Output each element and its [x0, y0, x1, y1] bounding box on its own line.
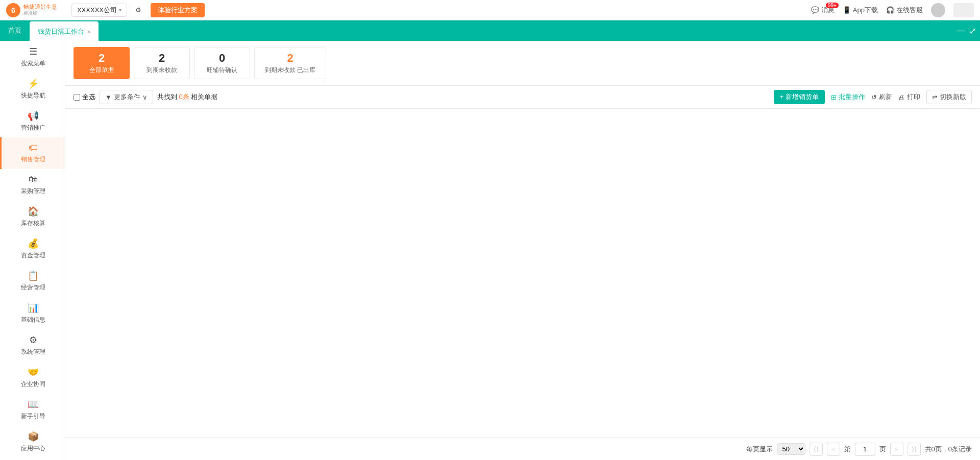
- sidebar-item-quick-nav[interactable]: ⚡ 快捷导航: [0, 73, 65, 105]
- sidebar-item-label: 搜索菜单: [21, 59, 45, 68]
- message-btn[interactable]: 💬 消息 99+: [811, 6, 835, 15]
- filter-button[interactable]: ▼ 更多条件 ∨: [100, 90, 153, 104]
- sidebar-item-inventory[interactable]: 🏠 库存核算: [0, 201, 65, 233]
- card-overdue-num: 2: [159, 52, 165, 65]
- enterprise-icon: 🤝: [28, 367, 39, 378]
- next-page-btn[interactable]: ＞: [890, 443, 903, 456]
- add-sales-order-button[interactable]: + 新增销货单: [774, 90, 825, 104]
- logo-text: 畅捷通好生意: [23, 3, 57, 10]
- settings-icon[interactable]: ⚙: [131, 3, 145, 17]
- company-name: XXXXXX公司: [77, 6, 117, 15]
- card-overdue-out-num: 2: [287, 52, 293, 65]
- toolbar: 全选 ▼ 更多条件 ∨ 共找到 0条 相关单据 + 新增销货单 ⊞ 批量操作: [65, 86, 980, 109]
- last-page-btn[interactable]: ⟩⟩: [908, 443, 921, 456]
- sidebar-item-operations[interactable]: 📋 经营管理: [0, 265, 65, 297]
- tab-minimize-icon[interactable]: —: [957, 26, 965, 35]
- sidebar-item-search-menu[interactable]: ☰ 搜索菜单: [0, 41, 65, 73]
- guide-icon: 📖: [28, 399, 39, 410]
- sidebar-item-label: 企业协同: [21, 380, 45, 389]
- toolbar-left: 全选 ▼ 更多条件 ∨ 共找到 0条 相关单据: [74, 90, 770, 104]
- filter-icon: ▼: [105, 93, 112, 101]
- pagination-bar: 每页显示 50 20 100 200 ⟨⟨ ＜ 第 页 ＞ ⟩⟩ 共0页，0条记…: [65, 438, 980, 460]
- inventory-icon: 🏠: [28, 206, 39, 217]
- batch-icon: ⊞: [831, 93, 837, 101]
- avatar[interactable]: [931, 3, 945, 17]
- prev-page-btn[interactable]: ＜: [827, 443, 840, 456]
- card-overdue[interactable]: 2 到期未收款: [134, 47, 190, 79]
- sidebar-item-sales[interactable]: 🏷 销售管理: [0, 137, 65, 169]
- user-name-area: [953, 3, 974, 17]
- batch-action-btn[interactable]: ⊞ 批量操作: [831, 92, 865, 102]
- company-selector[interactable]: XXXXXX公司 ▾: [71, 4, 127, 17]
- card-pending-label: 旺辅待确认: [207, 66, 237, 75]
- sidebar-item-label: 应用中心: [21, 444, 45, 453]
- tab-maximize-icon[interactable]: ⤢: [969, 26, 976, 36]
- logo-badge: 标准版: [23, 10, 57, 17]
- tab-active[interactable]: 钱货日清工作台 ×: [30, 21, 99, 42]
- avatar-image: [931, 3, 945, 17]
- tab-close-icon[interactable]: ×: [87, 29, 90, 35]
- sidebar-item-apps[interactable]: 📦 应用中心: [0, 426, 65, 458]
- switch-icon: ⇌: [932, 93, 938, 101]
- card-overdue-out[interactable]: 2 到期未收款 已出库: [254, 47, 326, 79]
- total-label: 共0页，0条记录: [925, 445, 972, 454]
- topbar: 6 畅捷通好生意 标准版 XXXXXX公司 ▾ ⚙ 体验行业方案 💬 消息 99…: [0, 0, 980, 20]
- system-icon: ⚙: [29, 334, 37, 346]
- app-download-btn[interactable]: 📱 App下载: [843, 6, 878, 15]
- sidebar-item-enterprise[interactable]: 🤝 企业协同: [0, 361, 65, 394]
- card-pending[interactable]: 0 旺辅待确认: [194, 47, 250, 79]
- topbar-right: 💬 消息 99+ 📱 App下载 🎧 在线客服: [811, 3, 974, 17]
- main-layout: ☰ 搜索菜单 ⚡ 快捷导航 📢 营销推广 🏷 销售管理 🛍 采购管理 🏠 库存核…: [0, 41, 980, 460]
- switch-version-btn[interactable]: ⇌ 切换新版: [926, 90, 972, 104]
- sidebar-item-label: 资金管理: [21, 251, 45, 260]
- sidebar-item-marketing[interactable]: 📢 营销推广: [0, 105, 65, 137]
- per-page-select[interactable]: 50 20 100 200: [777, 443, 805, 455]
- chevron-down-icon: ∨: [142, 93, 148, 101]
- marketing-icon: 📢: [28, 110, 39, 122]
- select-all-checkbox[interactable]: 全选: [74, 92, 95, 102]
- tab-home[interactable]: 首页: [0, 20, 30, 41]
- checkbox-input[interactable]: [74, 94, 80, 101]
- sidebar-item-label: 销售管理: [21, 155, 45, 164]
- navtabs-actions: — ⤢: [957, 26, 980, 36]
- table-area: [65, 109, 980, 438]
- print-icon: 🖨: [898, 93, 905, 101]
- refresh-btn[interactable]: ↺ 刷新: [871, 92, 892, 102]
- sidebar-item-label: 快捷导航: [21, 91, 45, 100]
- chevron-down-icon: ▾: [119, 7, 121, 13]
- toolbar-right: + 新增销货单 ⊞ 批量操作 ↺ 刷新 🖨 打印 ⇌ 切换新版: [774, 90, 972, 104]
- sidebar-item-label: 系统管理: [21, 348, 45, 356]
- print-btn[interactable]: 🖨 打印: [898, 92, 920, 102]
- card-all[interactable]: 2 全部单据: [74, 47, 130, 79]
- card-pending-num: 0: [219, 52, 225, 65]
- base-info-icon: 📊: [28, 302, 39, 313]
- sidebar-item-base-info[interactable]: 📊 基础信息: [0, 297, 65, 329]
- sidebar-item-wechat[interactable]: 💬 企业微信: [0, 458, 65, 460]
- logo-icon: 6: [6, 3, 20, 17]
- sidebar-item-purchase[interactable]: 🛍 采购管理: [0, 169, 65, 201]
- sidebar-item-label: 采购管理: [21, 187, 45, 196]
- sidebar-item-label: 库存核算: [21, 219, 45, 228]
- operations-icon: 📋: [28, 270, 39, 281]
- card-overdue-out-label: 到期未收款 已出库: [265, 66, 315, 75]
- sidebar-item-label: 经营管理: [21, 283, 45, 292]
- apps-icon: 📦: [28, 431, 39, 442]
- first-page-btn[interactable]: ⟨⟨: [810, 443, 823, 456]
- select-all-label: 全选: [82, 92, 95, 102]
- download-icon: 📱: [843, 6, 851, 14]
- message-badge: 99+: [826, 3, 839, 8]
- card-all-num: 2: [99, 52, 105, 65]
- experience-button[interactable]: 体验行业方案: [151, 3, 205, 17]
- sales-icon: 🏷: [29, 142, 38, 153]
- sidebar-item-capital[interactable]: 💰 资金管理: [0, 233, 65, 265]
- online-service-btn[interactable]: 🎧 在线客服: [886, 6, 923, 15]
- sidebar-item-system[interactable]: ⚙ 系统管理: [0, 329, 65, 361]
- service-icon: 🎧: [886, 6, 894, 14]
- page-input[interactable]: [855, 443, 875, 456]
- capital-icon: 💰: [28, 238, 39, 249]
- sidebar-item-label: 营销推广: [21, 124, 45, 132]
- card-all-label: 全部单据: [89, 66, 114, 75]
- content-area: 2 全部单据 2 到期未收款 0 旺辅待确认 2 到期未收款 已出库 全选: [65, 41, 980, 460]
- sidebar-item-guide[interactable]: 📖 新手引导: [0, 394, 65, 426]
- sidebar-item-label: 基础信息: [21, 316, 45, 324]
